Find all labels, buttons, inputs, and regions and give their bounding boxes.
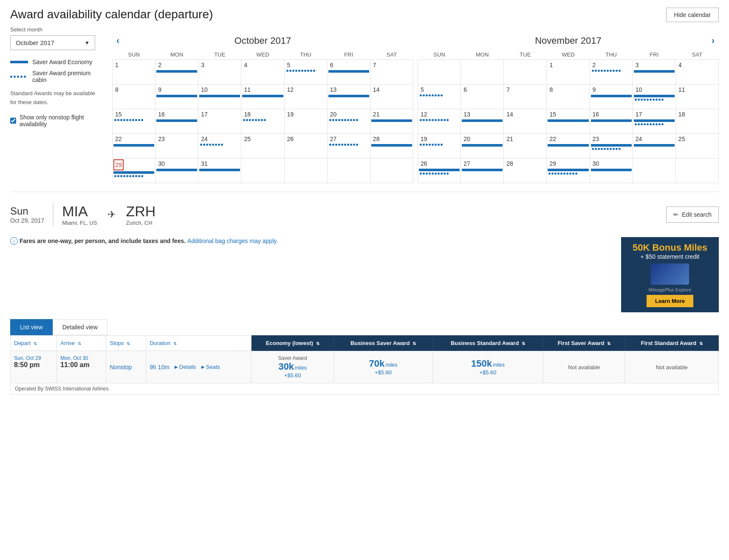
calendar-day[interactable]: 7 [504,85,547,109]
prev-month-nav[interactable]: ‹ [112,35,124,46]
edit-search-button[interactable]: ✏ Edit search [666,206,719,223]
calendar-day[interactable]: 28 [504,158,547,183]
calendar-day[interactable]: 27 [461,158,504,183]
day-number: 8 [548,85,588,94]
calendar-day[interactable]: 10 [633,85,675,109]
calendar-day[interactable]: 19 [284,109,327,134]
biz-standard-cell[interactable]: 150k miles +$5.60 [432,351,543,383]
calendar-day[interactable]: 17 [633,109,675,134]
calendar-day[interactable]: 30 [155,158,198,183]
calendar-day[interactable]: 29 [113,158,155,183]
biz-saver-cell[interactable]: 70k miles +$5.60 [334,351,432,383]
page-title: Award availability calendar (departure) [10,8,213,21]
calendar-day[interactable]: 20 [327,109,370,134]
calendar-day[interactable]: 23 [590,134,633,158]
calendar-day[interactable]: 2 [590,60,633,85]
calendar-day[interactable]: 2 [155,60,198,85]
month-selector[interactable]: October 2017 ▼ [10,35,95,50]
calendar-day[interactable]: 17 [198,109,241,134]
calendar-day[interactable]: 10 [198,85,241,109]
calendar-day[interactable]: 18 [241,109,284,134]
nonstop-checkbox-container[interactable]: Show only nonstop flight availability [10,114,99,127]
calendar-day[interactable]: 9 [590,85,633,109]
calendar-day[interactable]: 30 [590,158,633,183]
day-number: 9 [591,85,632,94]
depart-time: 8:50 pm [14,361,53,369]
calendar-day[interactable]: 28 [370,134,413,158]
calendar-day[interactable]: 13 [461,109,504,134]
calendar-day [675,158,718,183]
availability-dot [661,99,664,101]
availability-dot [548,173,551,175]
calendar-day[interactable]: 14 [504,109,547,134]
col-first-saver[interactable]: First Saver Award ⇅ [543,336,625,351]
day-of-week-header: FRI [633,50,675,60]
calendar-day[interactable]: 25 [241,134,284,158]
calendar-day[interactable]: 7 [370,60,413,85]
details-button[interactable]: ▶ Details [175,364,196,370]
economy-cell[interactable]: Saver Award 30k miles +$5.60 [251,351,334,383]
calendar-day[interactable]: 1 [113,60,155,85]
learn-more-button[interactable]: Learn More [647,295,693,307]
nonstop-checkbox[interactable] [10,117,16,124]
list-view-tab[interactable]: List view [10,319,53,335]
calendar-day[interactable]: 26 [418,158,461,183]
calendar-day[interactable]: 14 [370,85,413,109]
col-business-saver[interactable]: Business Saver Award ⇅ [334,336,432,351]
availability-dot [604,148,606,150]
calendar-day[interactable]: 12 [418,109,461,134]
calendar-day[interactable]: 5 [284,60,327,85]
day-number: 22 [113,135,154,143]
calendar-day[interactable]: 29 [547,158,590,183]
col-business-standard[interactable]: Business Standard Award ⇅ [432,336,543,351]
calendar-day[interactable]: 25 [675,134,718,158]
day-number: 10 [634,85,675,94]
col-stops[interactable]: Stops ⇅ [106,336,146,351]
calendar-day[interactable]: 15 [547,109,590,134]
calendar-day[interactable]: 4 [241,60,284,85]
bag-charges-link[interactable]: Additional bag charges may apply. [187,238,278,244]
calendar-day[interactable]: 1 [547,60,590,85]
calendar-day[interactable]: 21 [370,109,413,134]
calendar-day[interactable]: 18 [675,109,718,134]
calendar-day[interactable]: 6 [461,85,504,109]
calendar-day[interactable]: 9 [155,85,198,109]
calendar-day[interactable]: 22 [547,134,590,158]
col-economy[interactable]: Economy (lowest) ⇅ [251,336,334,351]
next-month-nav[interactable]: › [707,35,719,46]
calendar-day[interactable]: 31 [198,158,241,183]
calendar-day[interactable]: 15 [113,109,155,134]
col-arrive[interactable]: Arrive ⇅ [57,336,106,351]
calendar-day[interactable]: 23 [155,134,198,158]
hide-calendar-button[interactable]: Hide calendar [666,8,719,22]
day-number: 18 [242,110,283,119]
calendar-day[interactable]: 22 [113,134,155,158]
calendar-day[interactable]: 3 [633,60,675,85]
col-duration[interactable]: Duration ⇅ [146,336,251,351]
calendar-day[interactable]: 8 [547,85,590,109]
calendar-day[interactable]: 24 [198,134,241,158]
calendar-day[interactable]: 16 [590,109,633,134]
calendar-day[interactable]: 24 [633,134,675,158]
calendar-day[interactable]: 11 [241,85,284,109]
calendar-day[interactable]: 27 [327,134,370,158]
col-depart[interactable]: Depart ⇅ [11,336,57,351]
detailed-view-tab[interactable]: Detailed view [53,319,107,335]
calendar-day[interactable]: 20 [461,134,504,158]
seats-button[interactable]: ▶ Seats [201,364,220,370]
calendar-day[interactable]: 12 [284,85,327,109]
calendar-day[interactable]: 19 [418,134,461,158]
col-first-standard[interactable]: First Standard Award ⇅ [625,336,719,351]
calendar-day[interactable]: 6 [327,60,370,85]
calendar-day[interactable]: 4 [675,60,718,85]
calendar-day[interactable]: 21 [504,134,547,158]
calendar-day[interactable]: 8 [113,85,155,109]
calendar-day[interactable]: 11 [675,85,718,109]
ad-banner: 50K Bonus Miles + $50 statement credit M… [621,237,719,312]
availability-dot [638,99,640,101]
calendar-day[interactable]: 26 [284,134,327,158]
calendar-day[interactable]: 16 [155,109,198,134]
calendar-day[interactable]: 13 [327,85,370,109]
calendar-day[interactable]: 5 [418,85,461,109]
calendar-day[interactable]: 3 [198,60,241,85]
